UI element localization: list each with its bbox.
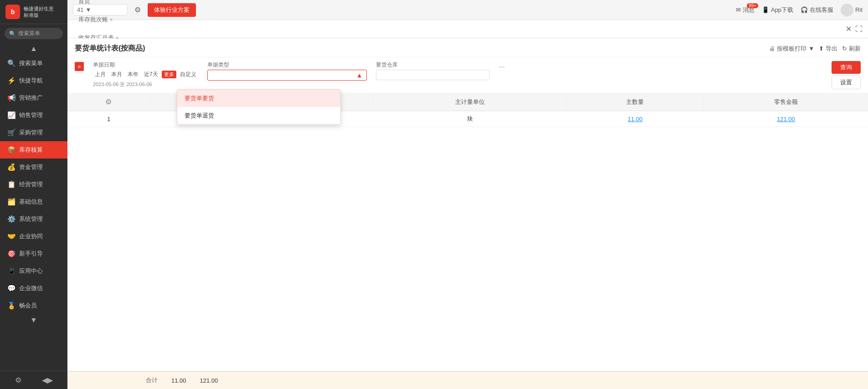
collapse-sidebar-btn[interactable]: ◀▶ <box>42 376 53 384</box>
warehouse-filter-input[interactable] <box>380 72 486 78</box>
user-avatar[interactable]: Rit <box>841 4 863 16</box>
avatar-img <box>841 4 853 16</box>
cell-amount-0[interactable]: 121.00 <box>704 111 868 127</box>
tab-label-home: 首页 <box>78 0 90 5</box>
sales-icon: 📈 <box>7 111 15 119</box>
sidebar-item-label-search: 搜索菜单 <box>19 59 43 67</box>
scroll-down-icon[interactable]: ▼ <box>30 316 37 324</box>
query-btn[interactable]: 查询 <box>832 61 861 74</box>
last-7days-btn[interactable]: 近7天 <box>142 70 160 79</box>
sidebar-item-label-marketing: 营销推广 <box>19 94 43 102</box>
sidebar-item-app-center[interactable]: 📱应用中心 <box>0 262 67 280</box>
fullscreen-tab-btn[interactable]: ⛶ <box>855 25 863 33</box>
scroll-up-btn[interactable]: ▲ <box>0 43 67 55</box>
sidebar-item-system[interactable]: ⚙️系统管理 <box>0 210 67 228</box>
tabs-bar: 首页库存批次账 ×收发存汇总表 ×要货单统计表 × ✕ ⛶ <box>67 20 868 38</box>
operations-icon: 📋 <box>7 180 15 189</box>
sidebar-item-label-inventory: 库存核算 <box>19 146 43 154</box>
dropdown-item-order[interactable]: 要货单要货 <box>177 90 340 107</box>
sidebar-item-wechat[interactable]: 💬企业微信 <box>0 280 67 297</box>
sidebar-item-enterprise[interactable]: 🤝企业协同 <box>0 228 67 245</box>
cell-quantity-0[interactable]: 11.00 <box>566 111 704 127</box>
sidebar-item-marketing[interactable]: 📢营销推广 <box>0 89 67 107</box>
type-dropdown-chevron[interactable]: ▲ <box>356 72 363 79</box>
date-range-display: 2023-05-06 至 2023-06-06 <box>93 81 198 88</box>
refresh-btn[interactable]: ↻ 刷新 <box>842 45 861 53</box>
tab-home[interactable]: 首页 <box>73 0 124 11</box>
sidebar-item-label-purchase: 采购管理 <box>19 128 43 137</box>
tab-close-receive-summary[interactable]: × <box>116 35 118 41</box>
type-filter-input-wrapper[interactable]: ▲ <box>207 70 367 81</box>
more-date-btn[interactable]: 更多 <box>162 71 176 78</box>
topbar-settings-btn[interactable]: ⚙ <box>131 4 144 16</box>
total-amount: 121.00 <box>200 377 218 384</box>
sidebar-item-label-basic-info: 基础信息 <box>19 198 43 206</box>
topbar-left: 41 ▼ ⚙ 体验行业方案 <box>73 3 731 17</box>
sidebar-item-label-app-center: 应用中心 <box>19 267 43 275</box>
this-year-btn[interactable]: 本年 <box>126 70 140 79</box>
type-dropdown: 要货单要货 要货单退货 <box>177 89 341 125</box>
sidebar-item-search[interactable]: 🔍搜索菜单 <box>0 55 67 72</box>
sidebar-item-member[interactable]: 🏅畅会员 <box>0 297 67 314</box>
sidebar-item-guide[interactable]: 🎯新手引导 <box>0 245 67 262</box>
system-icon: ⚙️ <box>7 215 15 223</box>
print-btn[interactable]: 🖨 按模板打印 ▼ <box>769 45 814 53</box>
total-quantity: 11.00 <box>171 377 186 384</box>
filter-expand-btn[interactable]: » <box>75 62 84 71</box>
date-filter-label: 单据日期 <box>93 61 198 69</box>
sidebar-item-purchase[interactable]: 🛒采购管理 <box>0 124 67 141</box>
col-settings-icon[interactable]: ⚙ <box>105 98 112 106</box>
filter-actions: 查询 设置 <box>832 61 861 89</box>
sidebar-search[interactable]: 🔍 搜索菜单 <box>5 28 63 39</box>
sidebar-header: b 畅捷通好生意 标准版 <box>0 0 67 24</box>
app-download-btn[interactable]: 📱 App下载 <box>762 6 793 14</box>
sidebar: b 畅捷通好生意 标准版 🔍 搜索菜单 ▲ 🔍搜索菜单⚡快捷导航📢营销推广📈销售… <box>0 0 67 389</box>
quick-nav-icon: ⚡ <box>7 77 15 85</box>
sidebar-item-quick-nav[interactable]: ⚡快捷导航 <box>0 72 67 89</box>
guide-icon: 🎯 <box>7 250 15 258</box>
date-filter-group: 单据日期 上月 本月 本年 近7天 更多 自定义 2023-05-06 至 20… <box>93 61 198 88</box>
sidebar-nav: ▲ 🔍搜索菜单⚡快捷导航📢营销推广📈销售管理🛒采购管理📦库存核算💰资金管理📋经营… <box>0 43 67 371</box>
custom-date-btn[interactable]: 自定义 <box>178 70 198 79</box>
sidebar-item-inventory[interactable]: 📦库存核算 <box>0 141 67 159</box>
refresh-icon: ↻ <box>842 45 847 52</box>
total-label: 合计 <box>146 376 158 384</box>
sidebar-item-basic-info[interactable]: 🗂️基础信息 <box>0 193 67 210</box>
table-settings-btn[interactable]: 设置 <box>832 76 861 89</box>
online-service-btn[interactable]: 🎧 在线客服 <box>801 6 833 14</box>
tab-inventory-batch[interactable]: 库存批次账 × <box>73 11 124 29</box>
dropdown-item-return[interactable]: 要货单退货 <box>177 107 340 124</box>
basic-info-icon: 🗂️ <box>7 198 15 206</box>
topbar: 41 ▼ ⚙ 体验行业方案 ✉ 消息 99+ 📱 App下载 🎧 在线客服 R <box>67 0 868 20</box>
print-icon: 🖨 <box>769 45 775 52</box>
col-unit: 主计量单位 <box>373 93 566 111</box>
tab-label-inventory-batch: 库存批次账 <box>78 15 108 24</box>
sidebar-item-label-member: 畅会员 <box>19 302 37 310</box>
sidebar-item-operations[interactable]: 📋经营管理 <box>0 176 67 193</box>
this-month-btn[interactable]: 本月 <box>109 70 124 79</box>
sidebar-item-label-system: 系统管理 <box>19 215 43 223</box>
sidebar-item-finance[interactable]: 💰资金管理 <box>0 159 67 176</box>
scroll-down-btn[interactable]: ▼ <box>0 314 67 326</box>
col-settings[interactable]: ⚙ <box>67 93 150 111</box>
export-btn[interactable]: ⬆ 导出 <box>819 45 837 53</box>
sidebar-item-label-operations: 经营管理 <box>19 180 43 189</box>
nav-items-container: 🔍搜索菜单⚡快捷导航📢营销推广📈销售管理🛒采购管理📦库存核算💰资金管理📋经营管理… <box>0 55 67 314</box>
headset-icon: 🎧 <box>801 6 808 13</box>
filter-more-options-btn[interactable]: ··· <box>499 63 505 71</box>
last-month-btn[interactable]: 上月 <box>93 70 108 79</box>
tab-close-inventory-batch[interactable]: × <box>110 17 113 22</box>
cell-unit-0: 块 <box>373 111 566 127</box>
sidebar-item-sales[interactable]: 📈销售管理 <box>0 107 67 124</box>
settings-footer-btn[interactable]: ⚙ <box>15 376 21 384</box>
scroll-up-icon[interactable]: ▲ <box>30 45 37 53</box>
messages-btn[interactable]: ✉ 消息 99+ <box>736 6 755 14</box>
sidebar-item-label-sales: 销售管理 <box>19 111 43 119</box>
close-tab-btn[interactable]: ✕ <box>846 25 852 33</box>
app-title: 畅捷通好生意 标准版 <box>24 5 54 19</box>
page-title: 要货单统计表(按商品) <box>75 44 145 53</box>
industry-btn[interactable]: 体验行业方案 <box>148 3 196 17</box>
type-filter-input[interactable] <box>211 72 356 79</box>
warehouse-filter-input-wrapper[interactable] <box>376 70 490 80</box>
finance-icon: 💰 <box>7 163 15 171</box>
